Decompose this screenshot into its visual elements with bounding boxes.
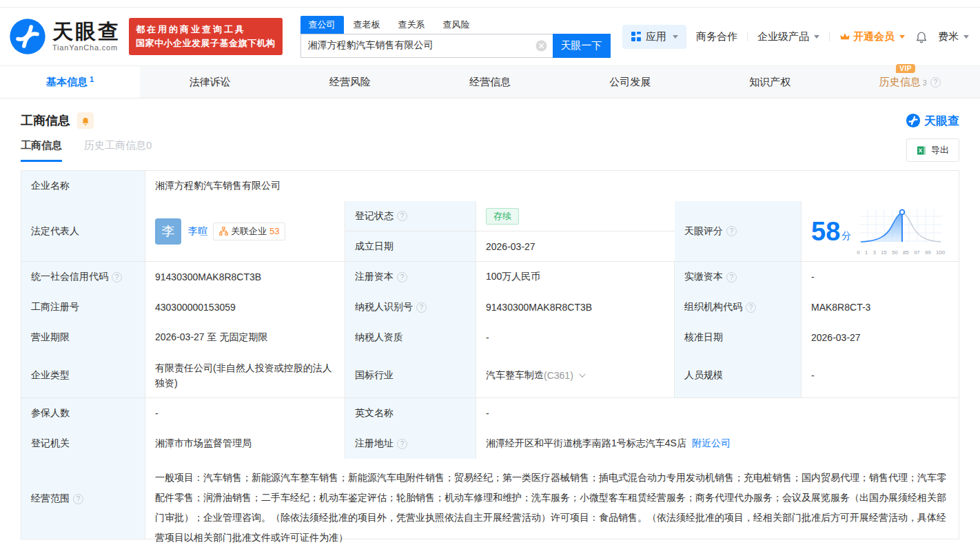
tianyancha-logo-icon [906,113,921,128]
search-tabs: 查公司 查老板 查关系 查风险 [300,16,612,34]
vip-badge: VIP [896,64,915,73]
reg-authority-value: 湘潭市市场监督管理局 [145,428,345,459]
promo-line2: 国家中小企业发展子基金旗下机构 [136,37,276,50]
company-type-value: 有限责任公司(非自然人投资或控股的法人独资) [145,353,345,397]
search-tab-boss[interactable]: 查老板 [345,16,389,34]
search-tab-relation[interactable]: 查关系 [390,16,433,34]
address-label-cell: 注册地址 ? [345,428,476,459]
tab-operation-risk[interactable]: 经营风险 [280,66,420,98]
brand-domain: TianYanCha.com [52,43,121,52]
subtab-history-label: 历史工商信息 [84,139,146,151]
table-row: 营业期限 2026-03-27 至 无固定期限 纳税人资质 - 核准日期 202… [21,322,959,353]
subtabs-row: 工商信息 历史工商信息0 导出 [21,138,959,162]
business-cooperation-label: 商务合作 [696,30,737,43]
table-row: 工商注册号 430300000153059 纳税人识别号 ? 91430300M… [21,292,959,322]
search-input[interactable] [300,34,553,58]
reg-number-value: 430300000153059 [145,292,345,322]
tab-operation-info-label: 经营信息 [469,76,511,89]
monitor-bell-button[interactable] [77,112,94,129]
tab-basic-info-count: 1 [90,75,94,83]
industry-value: 汽车整车制造 [486,369,544,382]
org-chart-icon [219,227,228,236]
menu-enterprise-products[interactable]: 企业级产品 [757,30,819,43]
table-row: 企业类型 有限责任公司(非自然人投资或控股的法人独资) 国标行业 汽车整车制造 … [21,353,959,398]
reg-status-label: 登记状态 [355,210,394,223]
help-icon[interactable]: ? [397,439,407,449]
help-icon[interactable]: ? [930,77,941,87]
user-menu[interactable]: 费米 [938,30,969,43]
export-button[interactable]: 导出 [906,138,959,162]
chevron-down-icon [673,35,678,39]
crown-icon [839,31,850,42]
axis-tick: 0 [857,249,859,256]
help-icon[interactable]: ? [397,272,407,282]
axis-tick: 85 [903,249,909,256]
search-tab-company[interactable]: 查公司 [300,16,344,34]
business-scope-label: 经营范围 [31,493,70,505]
clear-search-icon[interactable] [535,40,547,52]
score-value-cell: 58 分 [802,201,959,261]
subtab-business-info[interactable]: 工商信息 [21,139,62,162]
header-menu: 应用 商务合作 企业级产品 开通会员 费米 [622,25,969,49]
establish-date-value: 2026-03-27 [476,231,675,261]
menu-business-cooperation[interactable]: 商务合作 [696,30,737,43]
tianyancha-logo[interactable]: 天眼查 TianYanCha.com [8,17,121,56]
search-tab-risk[interactable]: 查风险 [435,16,478,34]
help-icon[interactable]: ? [726,272,737,282]
english-name-value: - [476,398,959,428]
help-icon[interactable]: ? [746,302,756,313]
approval-date-value: 2026-03-27 [802,322,959,353]
search-button[interactable]: 天眼一下 [553,34,611,58]
org-code-label-cell: 组织机构代码 ? [675,292,802,322]
business-scope-value-cell: 一般项目：汽车销售；新能源汽车整车销售；新能源汽车电附件销售；贸易经纪；第一类医… [145,459,959,539]
table-row: 企业名称 湘潭方程豹汽车销售有限公司 [21,171,959,201]
tab-basic-info[interactable]: 基本信息 1 [0,66,140,98]
company-name-value: 湘潭方程豹汽车销售有限公司 [145,171,959,201]
nearby-companies-link[interactable]: 附近公司 [692,437,731,450]
apps-menu-label: 应用 [646,30,666,43]
company-nav-tabs: 基本信息 1 法律诉讼 经营风险 经营信息 公司发展 知识产权 历史信息 VIP… [0,65,980,99]
chevron-down-icon [963,35,969,39]
score-distribution-chart: 0 1 3 15 50 85 97 99 100 [857,207,945,256]
help-icon[interactable]: ? [73,494,83,504]
notification-bell[interactable] [915,30,928,43]
taxpayer-quality-label: 纳税人资质 [345,322,476,353]
taxpayer-id-label: 纳税人识别号 [355,301,413,313]
reg-status-value-cell: 存续 [476,201,675,231]
paid-capital-value: - [802,262,959,292]
table-row: 统一社会信用代码 ? 91430300MAK8R8CT3B 注册资本 ? 100… [21,262,959,292]
menu-divider [747,32,748,41]
help-icon[interactable]: ? [726,226,737,236]
subtab-history-business-info[interactable]: 历史工商信息0 [84,139,152,162]
menu-open-vip[interactable]: 开通会员 [839,30,905,43]
industry-label: 国标行业 [345,353,476,397]
taxpayer-id-value: 91430300MAK8R8CT3B [476,292,675,322]
related-companies-count: 53 [269,226,279,236]
help-icon[interactable]: ? [397,211,407,221]
related-companies-badge[interactable]: 关联企业 53 [213,223,285,240]
paid-capital-label: 实缴资本 [684,271,723,283]
legal-rep-name-link[interactable]: 李暄 [188,225,207,238]
business-scope-value: 一般项目：汽车销售；新能源汽车整车销售；新能源汽车电附件销售；贸易经纪；第一类医… [145,459,959,557]
search-area: 查公司 查老板 查关系 查风险 天眼一下 [300,16,612,58]
bell-icon [81,116,90,125]
help-icon[interactable]: ? [416,302,427,313]
tab-company-development[interactable]: 公司发展 [560,66,700,98]
industry-code: (C361) [544,370,573,381]
header: 天眼查 TianYanCha.com 都在用的商业查询工具 国家中小企业发展子基… [0,8,980,65]
help-icon[interactable]: ? [112,272,122,282]
chevron-down-icon[interactable] [579,371,586,378]
apps-menu[interactable]: 应用 [622,25,686,49]
tab-history-info[interactable]: 历史信息 VIP 3 ? [840,66,980,98]
business-term-label: 营业期限 [21,322,145,353]
tab-intellectual-property[interactable]: 知识产权 [700,66,840,98]
credit-code-label-cell: 统一社会信用代码 ? [21,262,145,292]
watermark-text: 天眼查 [924,113,959,129]
related-companies-label: 关联企业 [231,225,267,238]
tab-operation-info[interactable]: 经营信息 [420,66,560,98]
tianyancha-logo-icon [8,17,47,56]
section-header: 工商信息 天眼查 [21,112,959,129]
axis-tick: 99 [925,249,931,256]
insured-value: - [145,398,345,428]
tab-legal-litigation[interactable]: 法律诉讼 [140,66,280,98]
